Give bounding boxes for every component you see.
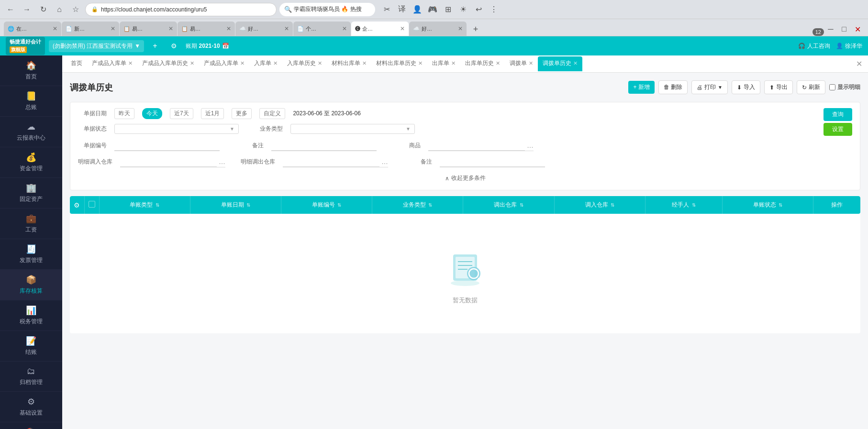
- sidebar-item-archive[interactable]: 🗂 归档管理: [0, 362, 62, 392]
- browser-tab-5[interactable]: ☁️ 好… ✕: [235, 22, 293, 36]
- note-input[interactable]: [440, 156, 545, 167]
- search-bar[interactable]: 🔍 学霸应聘场驱鸟员 🔥 热搜: [279, 3, 375, 16]
- th-out-warehouse-sort-icon[interactable]: ⇅: [520, 202, 523, 208]
- new-button[interactable]: + 新增: [628, 81, 654, 94]
- tab-close-2[interactable]: ✕: [111, 25, 115, 32]
- settings-gear-button[interactable]: ⚙: [166, 40, 182, 52]
- tab-in-history[interactable]: 入库单历史 ✕: [282, 56, 327, 71]
- sidebar-item-closing[interactable]: 📝 结账: [0, 331, 62, 362]
- date-btn-yesterday[interactable]: 昨天: [114, 108, 134, 119]
- tab-close-transfer[interactable]: ✕: [529, 60, 533, 66]
- browser-tab-6[interactable]: 📄 个… ✕: [293, 22, 351, 36]
- tab-close-1[interactable]: ✕: [53, 25, 57, 32]
- import-button[interactable]: ⬇ 导入: [732, 80, 760, 94]
- grid-button[interactable]: ⊞: [441, 3, 455, 16]
- print-button[interactable]: 🖨 打印 ▼: [691, 80, 728, 94]
- sun-button[interactable]: ☀: [456, 3, 470, 16]
- browser-tab-7[interactable]: 🅒 企… ✕: [351, 22, 409, 36]
- collapse-button[interactable]: ∧ 收起更多条件: [441, 172, 490, 184]
- sidebar-item-invoice[interactable]: 🧾 发票管理: [0, 239, 62, 270]
- biz-type-select[interactable]: ▼: [290, 124, 415, 134]
- th-biz-type-sort-icon[interactable]: ⇅: [428, 202, 432, 208]
- status-select[interactable]: ▼: [114, 124, 239, 134]
- tab-product-in[interactable]: 产成品入库单 ✕: [87, 56, 137, 71]
- tab-out-history[interactable]: 出库单历史 ✕: [460, 56, 505, 71]
- export-button[interactable]: ⬆ 导出: [764, 80, 793, 94]
- tab-close-out-history[interactable]: ✕: [496, 60, 500, 66]
- detail-out-input[interactable]: [283, 156, 379, 167]
- browser-tab-3[interactable]: 📋 易… ✕: [120, 22, 177, 36]
- sidebar-item-wage[interactable]: 💼 工资: [0, 209, 62, 239]
- tab-close-product-in-history[interactable]: ✕: [190, 60, 194, 66]
- tab-material-out[interactable]: 材料出库单 ✕: [327, 56, 371, 71]
- tab-close-transfer-history[interactable]: ✕: [573, 60, 578, 66]
- header-checkbox[interactable]: [89, 201, 95, 208]
- calendar-icon[interactable]: 📅: [222, 43, 229, 49]
- tab-product-in2[interactable]: 产成品入库单 ✕: [199, 56, 249, 71]
- menu-button[interactable]: ⋮: [487, 3, 501, 16]
- tab-close-6[interactable]: ✕: [342, 25, 347, 32]
- th-status-sort-icon[interactable]: ⇅: [779, 202, 782, 208]
- sidebar-item-guide[interactable]: 📚 新手引导: [0, 422, 62, 429]
- tab-close-4[interactable]: ✕: [226, 25, 231, 32]
- address-bar[interactable]: 🔒 https://cloud.chanjet.com/accounting/u…: [85, 3, 277, 16]
- date-btn-today[interactable]: 今天: [142, 108, 162, 119]
- browser-tab-1[interactable]: 🌐 在… ✕: [4, 22, 61, 36]
- sidebar-item-ledger[interactable]: 📒 总账: [0, 86, 62, 117]
- detail-out-dots-icon[interactable]: …: [381, 158, 388, 165]
- remark-input[interactable]: [271, 140, 377, 151]
- refresh-button[interactable]: ↻: [36, 3, 50, 16]
- tab-transfer[interactable]: 调拨单 ✕: [505, 56, 538, 71]
- tab-in[interactable]: 入库单 ✕: [249, 56, 282, 71]
- table-settings-button[interactable]: ⚙: [74, 201, 80, 209]
- tab-out[interactable]: 出库单 ✕: [427, 56, 460, 71]
- close-window-button[interactable]: ✕: [851, 22, 864, 36]
- star-button[interactable]: ☆: [69, 3, 82, 16]
- sidebar-item-settings[interactable]: ⚙ 基础设置: [0, 392, 62, 422]
- tab-close-3[interactable]: ✕: [168, 25, 173, 32]
- doc-no-input[interactable]: [114, 140, 220, 151]
- display-detail-checkbox[interactable]: [829, 84, 835, 90]
- maximize-button[interactable]: □: [837, 22, 851, 36]
- new-tab-button[interactable]: +: [469, 22, 482, 36]
- extensions-button[interactable]: ✂: [380, 3, 393, 16]
- refresh-button[interactable]: ↻ 刷新: [797, 80, 825, 94]
- sidebar-item-fund[interactable]: 💰 资金管理: [0, 147, 62, 178]
- settings-filter-button[interactable]: 设置: [823, 123, 852, 136]
- goods-dots-icon[interactable]: …: [527, 142, 534, 149]
- browser-tab-8[interactable]: ☁️ 好… ✕: [409, 22, 467, 36]
- tab-close-product-in2[interactable]: ✕: [240, 60, 245, 66]
- translate-button[interactable]: 译: [395, 3, 409, 16]
- profile-button[interactable]: 👤: [411, 3, 424, 16]
- sidebar-item-tax[interactable]: 📊 税务管理: [0, 300, 62, 331]
- query-button[interactable]: 查询: [823, 108, 852, 121]
- date-btn-more[interactable]: 更多: [232, 108, 252, 119]
- th-in-warehouse-sort-icon[interactable]: ⇅: [611, 202, 614, 208]
- home-button[interactable]: ⌂: [53, 3, 66, 16]
- add-company-button[interactable]: +: [148, 39, 162, 53]
- date-btn-7days[interactable]: 近7天: [170, 108, 193, 119]
- tab-close-out[interactable]: ✕: [451, 60, 456, 66]
- undo-button[interactable]: ↩: [472, 3, 485, 16]
- back-button[interactable]: ←: [4, 3, 17, 16]
- tab-transfer-history[interactable]: 调拨单历史 ✕: [538, 56, 582, 71]
- tab-close-8[interactable]: ✕: [458, 25, 463, 32]
- display-detail-toggle[interactable]: 显示明细: [829, 83, 860, 91]
- th-no-sort-icon[interactable]: ⇅: [337, 202, 341, 208]
- browser-tab-4[interactable]: 📋 易… ✕: [178, 22, 235, 36]
- date-btn-1month[interactable]: 近1月: [201, 108, 224, 119]
- games-button[interactable]: 🎮: [426, 3, 439, 16]
- tab-close-7[interactable]: ✕: [400, 25, 405, 32]
- company-selector[interactable]: (勿删勿禁用) 江西服宝测试专用 ▼: [49, 40, 144, 52]
- browser-tab-2[interactable]: 📄 新… ✕: [62, 22, 119, 36]
- tabs-panel-close[interactable]: ✕: [854, 59, 864, 68]
- consult-link[interactable]: 🎧 人工咨询: [798, 42, 830, 50]
- tab-close-in-history[interactable]: ✕: [318, 60, 322, 66]
- minimize-button[interactable]: ─: [824, 22, 837, 36]
- tab-product-in-history[interactable]: 产成品入库单历史 ✕: [137, 56, 199, 71]
- delete-button[interactable]: 🗑 删除: [658, 80, 688, 94]
- tab-close-product-in[interactable]: ✕: [128, 60, 133, 66]
- sidebar-item-asset[interactable]: 🏢 固定资产: [0, 178, 62, 209]
- forward-button[interactable]: →: [20, 3, 33, 16]
- tab-close-5[interactable]: ✕: [284, 25, 289, 32]
